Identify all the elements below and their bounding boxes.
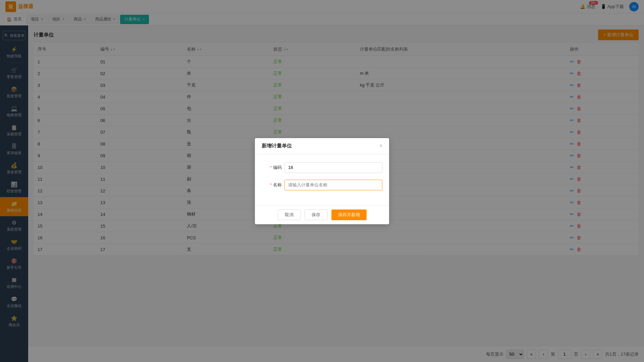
modal-close-button[interactable]: × xyxy=(379,143,382,149)
modal-overlay: 新增计量单位 × 编码 名称 取消 保存 保存并新增 xyxy=(0,0,644,362)
save-and-new-button[interactable]: 保存并新增 xyxy=(331,209,367,220)
form-row-code: 编码 xyxy=(262,162,382,173)
form-row-name: 名称 xyxy=(262,180,382,190)
cancel-button[interactable]: 取消 xyxy=(278,209,301,220)
code-label: 编码 xyxy=(262,165,282,171)
name-input[interactable] xyxy=(284,180,382,190)
modal-header: 新增计量单位 × xyxy=(255,138,389,154)
modal-title: 新增计量单位 xyxy=(262,143,292,149)
add-unit-modal: 新增计量单位 × 编码 名称 取消 保存 保存并新增 xyxy=(255,138,389,224)
code-input[interactable] xyxy=(284,162,382,173)
modal-footer: 取消 保存 保存并新增 xyxy=(255,205,389,224)
save-button[interactable]: 保存 xyxy=(305,209,327,220)
modal-body: 编码 名称 xyxy=(255,154,389,205)
name-field-label: 名称 xyxy=(262,182,282,188)
